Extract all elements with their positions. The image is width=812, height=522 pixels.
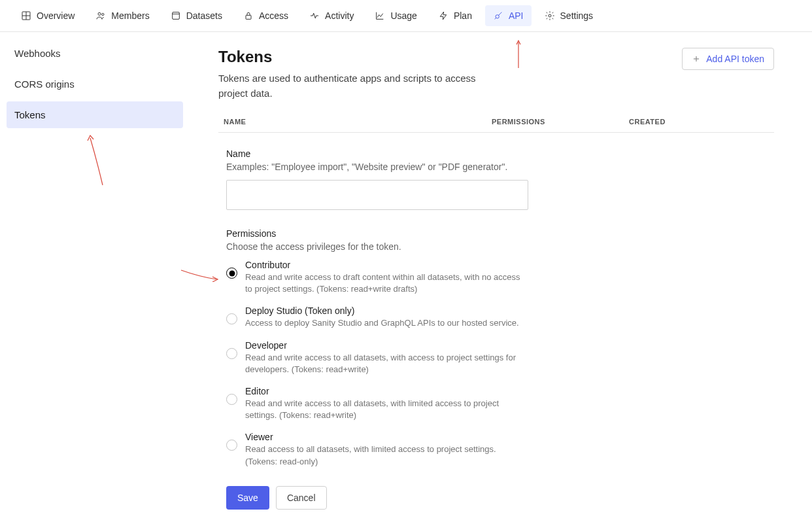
annotation-arrow-icon bbox=[85, 134, 105, 186]
col-created: CREATED bbox=[629, 118, 769, 126]
sidebar-item-tokens[interactable]: Tokens bbox=[7, 101, 183, 128]
add-button-label: Add API token bbox=[706, 54, 764, 64]
table-header: NAME PERMISSIONS CREATED bbox=[218, 110, 774, 133]
permissions-radio-list: Contributor Read and write access to dra… bbox=[226, 260, 528, 468]
col-name: NAME bbox=[224, 118, 492, 126]
cancel-button[interactable]: Cancel bbox=[276, 486, 327, 510]
sidebar: Webhooks CORS origins Tokens bbox=[0, 32, 190, 510]
permissions-help: Choose the access privileges for the tok… bbox=[226, 241, 528, 252]
token-form: Name Examples: "Employee import", "Websi… bbox=[218, 133, 536, 510]
permissions-field-group: Permissions Choose the access privileges… bbox=[226, 228, 528, 468]
svg-point-3 bbox=[98, 12, 101, 15]
sidebar-item-webhooks[interactable]: Webhooks bbox=[7, 40, 183, 67]
plug-icon bbox=[493, 10, 503, 21]
nav-overview[interactable]: Overview bbox=[13, 5, 82, 26]
sidebar-item-cors[interactable]: CORS origins bbox=[7, 71, 183, 97]
radio-desc: Read access to all datasets, with limite… bbox=[245, 444, 528, 467]
radio-title: Deploy Studio (Token only) bbox=[245, 305, 528, 316]
bolt-icon bbox=[438, 10, 448, 21]
nav-api[interactable]: API bbox=[485, 5, 532, 26]
annotation-arrow-icon bbox=[180, 269, 220, 282]
permissions-label: Permissions bbox=[226, 228, 528, 239]
nav-usage[interactable]: Usage bbox=[367, 5, 424, 26]
annotation-arrow-icon bbox=[515, 39, 522, 68]
radio-indicator bbox=[226, 394, 237, 405]
nav-label: Access bbox=[259, 10, 288, 21]
radio-viewer[interactable]: Viewer Read access to all datasets, with… bbox=[226, 432, 528, 467]
nav-label: Overview bbox=[37, 10, 75, 21]
main-content: Tokens Tokens are used to authenticate a… bbox=[190, 32, 812, 510]
page-title: Tokens bbox=[218, 48, 493, 66]
nav-label: Usage bbox=[390, 10, 416, 21]
add-api-token-button[interactable]: Add API token bbox=[682, 48, 774, 70]
nav-settings[interactable]: Settings bbox=[537, 5, 601, 26]
radio-indicator bbox=[226, 348, 237, 359]
radio-indicator bbox=[226, 313, 237, 324]
sidebar-label: Webhooks bbox=[14, 48, 61, 59]
name-input[interactable] bbox=[226, 180, 528, 210]
radio-indicator bbox=[226, 440, 237, 451]
radio-title: Editor bbox=[245, 386, 528, 396]
sidebar-label: CORS origins bbox=[14, 78, 75, 90]
gear-icon bbox=[545, 10, 555, 21]
nav-activity[interactable]: Activity bbox=[301, 5, 362, 26]
users-icon bbox=[95, 10, 106, 21]
save-button[interactable]: Save bbox=[226, 486, 269, 510]
radio-contributor[interactable]: Contributor Read and write access to dra… bbox=[226, 260, 528, 295]
radio-developer[interactable]: Developer Read and write access to all d… bbox=[226, 340, 528, 375]
radio-indicator bbox=[226, 268, 237, 279]
svg-marker-7 bbox=[440, 12, 446, 20]
database-icon bbox=[171, 10, 181, 21]
nav-members[interactable]: Members bbox=[88, 5, 157, 26]
radio-deploy-studio[interactable]: Deploy Studio (Token only) Access to dep… bbox=[226, 305, 528, 329]
col-permissions: PERMISSIONS bbox=[492, 118, 629, 126]
sidebar-label: Tokens bbox=[14, 109, 46, 120]
radio-editor[interactable]: Editor Read and write access to all data… bbox=[226, 386, 528, 421]
radio-desc: Access to deploy Sanity Studio and Graph… bbox=[245, 317, 528, 329]
nav-label: Settings bbox=[560, 10, 594, 21]
nav-datasets[interactable]: Datasets bbox=[163, 5, 230, 26]
nav-label: Members bbox=[111, 10, 149, 21]
lock-icon bbox=[243, 10, 254, 21]
header-row: Tokens Tokens are used to authenticate a… bbox=[218, 48, 774, 101]
page-description: Tokens are used to authenticate apps and… bbox=[218, 71, 493, 101]
name-help: Examples: "Employee import", "Website pr… bbox=[226, 162, 528, 172]
nav-label: Datasets bbox=[186, 10, 222, 21]
layout-icon bbox=[21, 10, 31, 21]
nav-plan[interactable]: Plan bbox=[430, 5, 480, 26]
radio-desc: Read and write access to all datasets, w… bbox=[245, 352, 528, 375]
nav-label: API bbox=[509, 10, 524, 21]
name-label: Name bbox=[226, 148, 528, 159]
radio-desc: Read and write access to draft content w… bbox=[245, 271, 528, 295]
top-nav: Overview Members Datasets Access Activit… bbox=[0, 0, 812, 32]
svg-point-4 bbox=[102, 13, 104, 15]
nav-label: Activity bbox=[325, 10, 354, 21]
radio-title: Contributor bbox=[245, 260, 528, 270]
radio-desc: Read and write access to all datasets, w… bbox=[245, 398, 528, 421]
svg-rect-6 bbox=[246, 15, 251, 19]
radio-title: Viewer bbox=[245, 432, 528, 442]
plus-icon bbox=[692, 54, 701, 63]
svg-point-8 bbox=[496, 15, 499, 18]
form-buttons: Save Cancel bbox=[226, 486, 528, 510]
nav-label: Plan bbox=[454, 10, 472, 21]
name-field-group: Name Examples: "Employee import", "Websi… bbox=[226, 148, 528, 210]
activity-icon bbox=[309, 10, 320, 21]
nav-access[interactable]: Access bbox=[235, 5, 296, 26]
chart-icon bbox=[375, 10, 385, 21]
radio-title: Developer bbox=[245, 340, 528, 351]
svg-point-9 bbox=[549, 14, 551, 17]
